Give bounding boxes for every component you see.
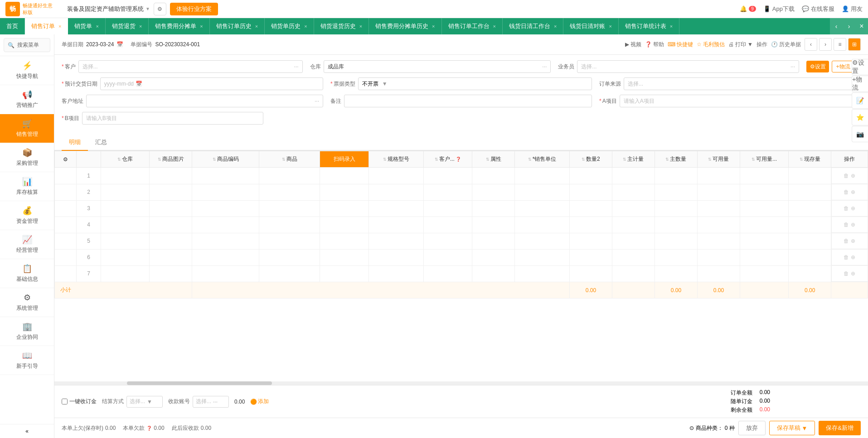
row-main-qty-cell[interactable] <box>655 184 697 200</box>
user-menu[interactable]: 👤 用友 <box>842 5 863 13</box>
th-spec[interactable]: ⇅规格型号 <box>369 151 423 168</box>
row-spec-cell[interactable] <box>369 265 423 282</box>
settings-icon[interactable]: ⚙ <box>154 3 166 15</box>
tab-expense-history[interactable]: 销售费用分摊单历史 × <box>369 18 441 34</box>
online-service-link[interactable]: 💬 在线客服 <box>802 5 834 13</box>
row-unit-cell[interactable] <box>515 233 570 249</box>
sidebar-collapse-button[interactable]: « <box>0 424 54 438</box>
close-sales-return-icon[interactable]: × <box>139 24 142 29</box>
history-link[interactable]: 🕐 历史单据 <box>771 41 801 48</box>
row-code-cell[interactable] <box>192 200 259 217</box>
th-unit[interactable]: ⇅*销售单位 <box>515 151 570 168</box>
row-warehouse-cell[interactable] <box>101 265 150 282</box>
row-product-cell[interactable] <box>259 217 320 233</box>
view-video-link[interactable]: ▶ 视频 <box>625 41 641 48</box>
th-stock[interactable]: ⇅现存量 <box>789 151 831 168</box>
right-panel-settings-btn[interactable]: ⚙设置 <box>852 59 868 75</box>
nav-next-button[interactable]: › <box>843 18 855 34</box>
b-project-input[interactable]: 请输入B项目 <box>82 112 263 125</box>
sidebar-item-operations[interactable]: 📈 经营管理 <box>0 230 54 259</box>
scrollbar-thumb[interactable] <box>127 381 272 385</box>
row-qty2-cell[interactable] <box>569 265 612 282</box>
row-product-cell[interactable] <box>259 168 320 184</box>
row-unit-cell[interactable] <box>515 168 570 184</box>
toolbar-grid-button[interactable]: ≡ <box>834 38 846 51</box>
a-project-input[interactable]: 请输入A项目 <box>620 95 861 107</box>
add-button[interactable]: 🟠 添加 <box>250 398 269 405</box>
close-sales-order-icon[interactable]: × <box>58 24 61 29</box>
th-avail2[interactable]: ⇅可用量... <box>740 151 788 168</box>
row-warehouse-cell[interactable] <box>101 233 150 249</box>
row-warehouse-cell[interactable] <box>101 200 150 217</box>
notification-bell[interactable]: 🔔 9 <box>740 5 756 12</box>
delivery-cal-icon[interactable]: 📅 <box>136 81 142 87</box>
sidebar-item-marketing[interactable]: 📢 营销推广 <box>0 85 54 114</box>
calendar-icon[interactable]: 📅 <box>116 41 123 48</box>
row-warehouse-cell[interactable] <box>101 168 150 184</box>
row-attr-cell[interactable] <box>472 168 515 184</box>
toolbar-prev-button[interactable]: ‹ <box>805 38 817 51</box>
horizontal-scrollbar[interactable] <box>54 381 868 385</box>
row-main-qty-cell[interactable] <box>655 217 697 233</box>
search-menu-button[interactable]: 🔍 搜索菜单 <box>4 38 50 52</box>
payment-select[interactable]: 选择... ▼ <box>126 396 163 408</box>
row-attr-cell[interactable] <box>472 265 515 282</box>
row-code-cell[interactable] <box>192 168 259 184</box>
close-order-workbench-icon[interactable]: × <box>493 24 496 29</box>
nav-prev-button[interactable]: ‹ <box>830 18 843 34</box>
warehouse-input[interactable]: 成品库 ··· <box>324 60 551 73</box>
tab-order-stats[interactable]: 销售订单统计表 × <box>619 18 679 34</box>
row-spec-cell[interactable] <box>369 249 423 265</box>
invoice-select[interactable]: 不开票 ▼ <box>358 77 592 90</box>
row-custom-cell[interactable] <box>423 217 472 233</box>
row-product-cell[interactable] <box>259 249 320 265</box>
sidebar-item-finance[interactable]: 💰 资金管理 <box>0 201 54 230</box>
toolbar-next-button[interactable]: › <box>819 38 832 51</box>
sidebar-item-enterprise[interactable]: 🏢 企业协同 <box>0 317 54 346</box>
sidebar-item-guide[interactable]: 📖 新手引导 <box>0 346 54 375</box>
nav-close-all-button[interactable]: × <box>855 18 868 34</box>
right-panel-btn3[interactable]: 📝 <box>852 92 868 109</box>
close-return-history-icon[interactable]: × <box>359 24 362 29</box>
right-panel-btn5[interactable]: 📷 <box>852 126 868 142</box>
logistics-button[interactable]: +物流 <box>832 61 854 72</box>
row-unit-cell[interactable] <box>515 265 570 282</box>
warehouse-dots-icon[interactable]: ··· <box>542 63 547 70</box>
row-delete-icon[interactable]: 🗑 <box>844 238 849 244</box>
row-main-qty-cell[interactable] <box>655 265 697 282</box>
row-delete-icon[interactable]: 🗑 <box>844 189 849 195</box>
row-spec-cell[interactable] <box>369 184 423 200</box>
order-source-input[interactable]: 选择... ··· <box>624 77 861 90</box>
sidebar-item-sales[interactable]: 🛒 销售管理 <box>0 114 54 143</box>
delivery-input[interactable]: yyyy-mm-dd 📅 <box>100 77 323 90</box>
salesperson-dots-icon[interactable]: ··· <box>790 63 795 70</box>
th-warehouse[interactable]: ⇅仓库 <box>101 151 150 168</box>
th-code[interactable]: ⇅商品编码 <box>192 151 259 168</box>
close-daily-workbench-icon[interactable]: × <box>554 24 557 29</box>
row-copy-icon[interactable]: ⊕ <box>851 238 855 244</box>
th-main-unit[interactable]: ⇅主计量 <box>612 151 655 168</box>
sidebar-item-inventory[interactable]: 📊 库存核算 <box>0 172 54 201</box>
row-copy-icon[interactable]: ⊕ <box>851 270 855 277</box>
row-qty2-cell[interactable] <box>569 168 612 184</box>
discard-button[interactable]: 放弃 <box>738 421 766 435</box>
row-unit-cell[interactable] <box>515 200 570 217</box>
tab-order-history[interactable]: 销售订单历史 × <box>210 18 265 34</box>
right-panel-logistics-btn[interactable]: +物流 <box>852 76 868 92</box>
right-panel-btn4[interactable]: ⭐ <box>852 109 868 125</box>
row-delete-icon[interactable]: 🗑 <box>844 254 849 260</box>
row-warehouse-cell[interactable] <box>101 184 150 200</box>
row-main-qty-cell[interactable] <box>655 233 697 249</box>
row-code-cell[interactable] <box>192 265 259 282</box>
sidebar-item-basic[interactable]: 📋 基础信息 <box>0 259 54 288</box>
row-attr-cell[interactable] <box>472 249 515 265</box>
row-spec-cell[interactable] <box>369 217 423 233</box>
th-avail[interactable]: ⇅可用量 <box>697 151 740 168</box>
row-custom-cell[interactable] <box>423 233 472 249</box>
close-sales-invoice-icon[interactable]: × <box>96 24 98 29</box>
row-spec-cell[interactable] <box>369 233 423 249</box>
tab-return-history[interactable]: 销货退货历史 × <box>314 18 369 34</box>
close-order-history-icon[interactable]: × <box>255 24 258 29</box>
row-delete-icon[interactable]: 🗑 <box>844 205 849 212</box>
row-attr-cell[interactable] <box>472 200 515 217</box>
